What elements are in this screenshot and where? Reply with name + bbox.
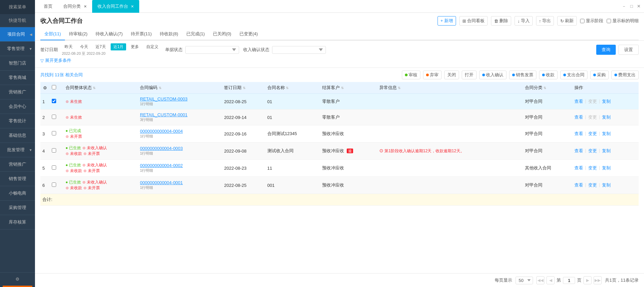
sidebar-item-project-contract[interactable]: 项目合同 ◀ <box>0 27 35 42</box>
sort-icon-status[interactable]: ⇅ <box>93 86 96 90</box>
refresh-button[interactable]: ↻ 刷新 <box>557 16 577 26</box>
maximize-btn[interactable]: □ <box>630 4 633 9</box>
contract-code-link-5[interactable]: 0000000000004-0002 <box>140 163 183 168</box>
contract-code-link-6[interactable]: 0000000000004-0001 <box>140 180 183 185</box>
minimize-btn[interactable]: － <box>622 3 626 9</box>
sidebar-item-smart-store[interactable]: 智慧门店 <box>0 56 35 71</box>
action-copy-3[interactable]: 复制 <box>602 131 611 137</box>
td-checkbox-6[interactable] <box>50 177 64 194</box>
sidebar-item-ecommerce[interactable]: 小畅电商 <box>0 186 35 201</box>
delete-button[interactable]: 🗑 删除 <box>491 16 511 26</box>
next-page-btn[interactable]: ▶ <box>583 276 592 284</box>
action-change-3[interactable]: 变更 <box>588 131 597 137</box>
sidebar-item-marketing2[interactable]: 营销推广 <box>0 157 35 172</box>
status-tab-changed[interactable]: 已变更(4) <box>235 28 262 40</box>
date-btn-custom[interactable]: 自定义 <box>144 43 161 50</box>
sidebar-item-member-center[interactable]: 会员中心 <box>0 99 35 114</box>
filter-settings-button[interactable]: 设置 <box>618 45 639 55</box>
tab-home[interactable]: 首页 <box>38 0 58 13</box>
sort-icon-date[interactable]: ⇅ <box>243 86 245 90</box>
export-button[interactable]: ↑ 导出 <box>536 16 554 26</box>
status-tab-closed[interactable]: 已关闭(0) <box>209 28 235 40</box>
action-change-5[interactable]: 变更 <box>588 165 597 171</box>
show-marks-checkbox[interactable]: 显示标的明细 <box>607 18 639 24</box>
contract-code-link-4[interactable]: 0000000000004-0003 <box>140 146 183 151</box>
sidebar-item-retail-mall[interactable]: 零售商城 <box>0 71 35 85</box>
action-copy-1[interactable]: 复制 <box>602 98 611 105</box>
expand-more-btn[interactable]: ▽ 展开更多条件 <box>40 56 639 65</box>
action-change-1[interactable]: 变更 <box>588 98 597 105</box>
sidebar-item-marketing[interactable]: 营销推广 <box>0 85 35 99</box>
per-page-select[interactable]: 10 20 50 100 <box>516 277 533 284</box>
prev-page-btn[interactable]: ◀ <box>546 276 555 284</box>
sidebar-item-basic-info[interactable]: 基础信息 <box>0 128 35 143</box>
contract-code-link-3[interactable]: 0000000000004-0004 <box>140 129 183 134</box>
action-view-3[interactable]: 查看 <box>574 131 583 137</box>
tab-income-workbench[interactable]: 收入合同工作台 ✕ <box>92 0 140 13</box>
status-tab-pending-invoice[interactable]: 待开票(11) <box>127 28 156 40</box>
action-copy-2[interactable]: 复制 <box>602 114 611 120</box>
sort-icon-name[interactable]: ⇅ <box>286 86 289 90</box>
sidebar-settings[interactable]: ⚙ <box>0 272 35 286</box>
action-btn-purchase[interactable]: 采购 <box>590 71 609 79</box>
td-checkbox-2[interactable] <box>50 110 64 125</box>
td-checkbox-1[interactable] <box>50 94 64 110</box>
date-btn-7days[interactable]: 近7天 <box>93 43 109 50</box>
action-copy-5[interactable]: 复制 <box>602 165 611 171</box>
status-tab-pending-payment[interactable]: 待收款(8) <box>156 28 182 40</box>
action-view-1[interactable]: 查看 <box>574 98 583 105</box>
close-btn[interactable]: ✕ <box>637 4 641 9</box>
action-change-4[interactable]: 变更 <box>588 148 597 154</box>
td-checkbox-3[interactable] <box>50 125 64 142</box>
contract-code-link-2[interactable]: RETAIL_CUSTOM-0001 <box>140 112 187 117</box>
date-btn-yesterday[interactable]: 昨天 <box>62 43 75 50</box>
action-view-4[interactable]: 查看 <box>574 148 583 154</box>
sort-icon-error[interactable]: ⇅ <box>398 86 401 90</box>
action-btn-abandon-audit[interactable]: 弃审 <box>423 71 442 79</box>
status-tab-completed[interactable]: 已完成(1) <box>182 28 209 40</box>
sort-icon-category[interactable]: ⇅ <box>543 86 546 90</box>
last-page-btn[interactable]: ▶▶ <box>594 276 602 284</box>
td-checkbox-5[interactable] <box>50 160 64 177</box>
th-settings[interactable]: ⚙ <box>40 82 50 94</box>
action-btn-payment[interactable]: 收款 <box>539 71 558 79</box>
action-btn-expense-out[interactable]: 费用支出 <box>611 71 639 79</box>
status-tab-all[interactable]: 全部(11) <box>40 28 65 40</box>
sidebar-item-wholesale-mgmt[interactable]: 批发管理 ▼ <box>0 143 35 157</box>
td-checkbox-4[interactable] <box>50 142 64 160</box>
action-copy-4[interactable]: 复制 <box>602 148 611 154</box>
sidebar-item-purchase-mgmt[interactable]: 采购管理 <box>0 201 35 215</box>
action-btn-audit[interactable]: 审核 <box>402 71 420 79</box>
sidebar-item-sales-mgmt[interactable]: 销售管理 <box>0 172 35 186</box>
action-btn-expense-contract[interactable]: 支出合同 <box>560 71 588 79</box>
action-change-2[interactable]: 变更 <box>588 114 597 120</box>
sidebar-item-retail-stats[interactable]: 零售统计 <box>0 114 35 128</box>
sort-icon-customer[interactable]: ⇅ <box>341 86 344 90</box>
date-btn-more[interactable]: 更多 <box>128 43 142 50</box>
action-btn-close[interactable]: 关闭 <box>444 71 459 79</box>
first-page-btn[interactable]: ◀◀ <box>536 276 544 284</box>
sidebar-quick-nav[interactable]: 快捷导航 <box>0 14 35 27</box>
action-btn-sales-invoice[interactable]: 销售发票 <box>509 71 536 79</box>
action-view-2[interactable]: 查看 <box>574 114 583 120</box>
action-view-6[interactable]: 查看 <box>574 182 583 188</box>
sidebar-item-retail-mgmt[interactable]: 零售管理 ▼ <box>0 42 35 56</box>
action-change-6[interactable]: 变更 <box>588 182 597 188</box>
page-input[interactable] <box>563 277 575 284</box>
receipt-confirm-select[interactable] <box>272 46 326 54</box>
new-button[interactable]: + 新增 <box>438 16 456 26</box>
tab-contract-category[interactable]: 合同分类 ✕ <box>58 0 92 13</box>
tab-close-income-workbench[interactable]: ✕ <box>131 4 134 8</box>
doc-status-select[interactable] <box>185 46 239 54</box>
status-tab-pending-confirm[interactable]: 待收入确认(7) <box>91 28 127 40</box>
date-btn-today[interactable]: 今天 <box>77 43 91 50</box>
import-button[interactable]: ↓ 导入 <box>515 16 533 26</box>
tab-close-contract-category[interactable]: ✕ <box>84 4 87 8</box>
th-checkbox[interactable] <box>50 82 64 94</box>
action-copy-6[interactable]: 复制 <box>602 182 611 188</box>
status-tab-pending-review[interactable]: 待审核(2) <box>65 28 91 40</box>
sidebar-item-inventory[interactable]: 库存核算 <box>0 215 35 230</box>
query-button[interactable]: 查询 <box>596 45 616 55</box>
sort-icon-code[interactable]: ⇅ <box>159 86 161 90</box>
action-btn-income-confirm[interactable]: 收入确认 <box>479 71 506 79</box>
